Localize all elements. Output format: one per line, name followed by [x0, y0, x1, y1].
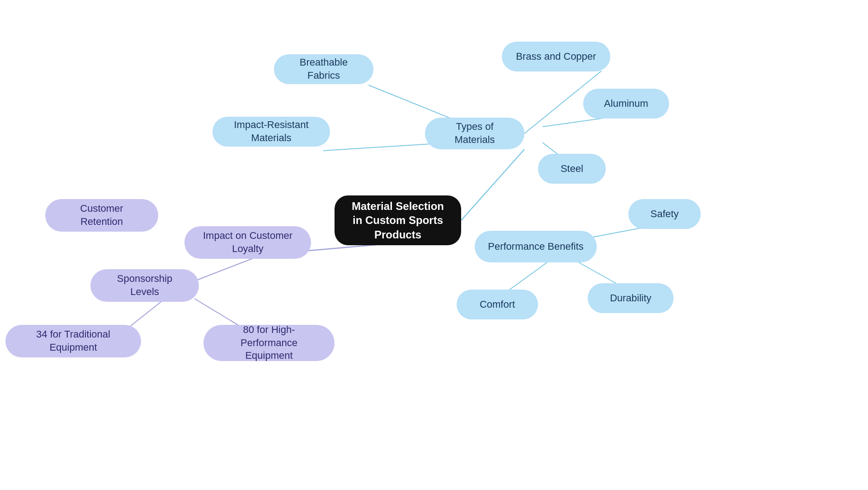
aluminum-node: Aluminum [583, 89, 669, 119]
high-performance-node: 80 for High-Performance Equipment [203, 325, 335, 361]
performance-benefits-node: Performance Benefits [475, 231, 597, 262]
comfort-node: Comfort [457, 290, 538, 319]
sponsorship-levels-node: Sponsorship Levels [90, 269, 199, 302]
center-node: Material Selection in Custom Sports Prod… [335, 195, 461, 245]
impact-resistant-node: Impact-Resistant Materials [212, 117, 330, 147]
svg-line-0 [461, 149, 524, 220]
breathable-fabrics-node: Breathable Fabrics [274, 54, 373, 84]
safety-node: Safety [628, 199, 701, 229]
traditional-equipment-node: 34 for Traditional Equipment [5, 325, 141, 357]
svg-line-12 [190, 256, 260, 283]
customer-loyalty-node: Impact on Customer Loyalty [184, 226, 311, 259]
customer-retention-node: Customer Retention [45, 199, 158, 232]
steel-node: Steel [538, 154, 606, 184]
durability-node: Durability [588, 283, 674, 313]
types-of-materials-node: Types of Materials [425, 118, 524, 149]
brass-copper-node: Brass and Copper [502, 42, 610, 71]
